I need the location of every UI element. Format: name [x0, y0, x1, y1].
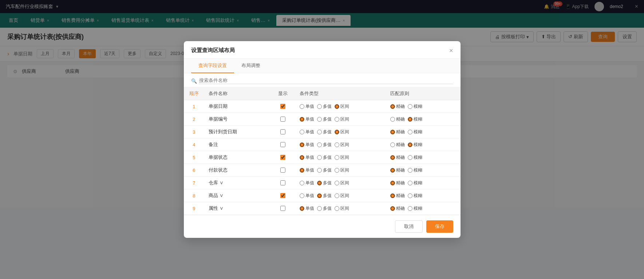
cell-order: 9 — [184, 202, 205, 208]
show-checkbox[interactable] — [280, 142, 285, 147]
radio-match-模糊[interactable]: 模糊 — [408, 142, 422, 148]
radio-match-模糊[interactable]: 模糊 — [408, 103, 422, 110]
show-checkbox[interactable] — [280, 104, 285, 109]
th-name: 条件名称 — [204, 87, 270, 100]
radio-match-模糊[interactable]: 模糊 — [408, 116, 422, 122]
dialog-overlay: 设置查询区域布局 × 查询字段设置 布局调整 🔍 顺序 — [0, 0, 644, 207]
radio-type-多值[interactable]: 多值 — [317, 167, 332, 173]
radio-match-精确[interactable]: 精确 — [390, 167, 405, 173]
cell-name: 仓库 ∨ — [204, 177, 270, 189]
radio-type-区间[interactable]: 区间 — [335, 180, 349, 186]
radio-type-单值[interactable]: 单值 — [300, 167, 314, 173]
radio-type-多值[interactable]: 多值 — [317, 180, 332, 186]
radio-type-区间[interactable]: 区间 — [335, 142, 349, 148]
table-header-row-inner: 顺序 条件名称 显示 条件类型 匹配原则 — [184, 87, 461, 100]
table-row: 6付款状态单值多值区间精确模糊 — [184, 164, 461, 177]
radio-match-精确[interactable]: 精确 — [390, 205, 405, 208]
search-box: 🔍 — [184, 73, 461, 87]
radio-type-多值[interactable]: 多值 — [317, 116, 332, 122]
radio-match-精确[interactable]: 精确 — [390, 154, 405, 161]
cell-match: 精确模糊 — [386, 138, 460, 151]
cell-name: 单据编号 — [204, 113, 270, 126]
cell-show — [270, 126, 295, 138]
radio-type-区间[interactable]: 区间 — [335, 103, 349, 110]
radio-match-精确[interactable]: 精确 — [390, 129, 405, 135]
th-match: 匹配原则 — [386, 87, 460, 100]
cell-match: 精确模糊 — [386, 177, 460, 189]
dialog-tabs: 查询字段设置 布局调整 — [184, 59, 461, 73]
radio-match-精确[interactable]: 精确 — [390, 142, 405, 148]
dialog-title: 设置查询区域布局 — [191, 47, 235, 54]
radio-match-模糊[interactable]: 模糊 — [408, 180, 422, 186]
radio-type-多值[interactable]: 多值 — [317, 142, 332, 148]
radio-match-模糊[interactable]: 模糊 — [408, 129, 422, 135]
cell-name: 商品 ∨ — [204, 189, 270, 202]
table-row: 2单据编号单值多值区间精确模糊 — [184, 113, 461, 126]
cell-type: 单值多值区间 — [295, 202, 386, 208]
show-checkbox[interactable] — [280, 155, 285, 160]
dialog-close-btn[interactable]: × — [449, 47, 453, 54]
cell-name: 预计到货日期 — [204, 126, 270, 138]
cell-order: 3 — [184, 126, 205, 138]
cell-order: 2 — [184, 113, 205, 126]
radio-match-模糊[interactable]: 模糊 — [408, 193, 422, 199]
radio-type-单值[interactable]: 单值 — [300, 154, 314, 161]
radio-type-单值[interactable]: 单值 — [300, 116, 314, 122]
cell-name: 付款状态 — [204, 164, 270, 177]
show-checkbox[interactable] — [280, 193, 285, 198]
cell-match: 精确模糊 — [386, 202, 460, 208]
radio-type-多值[interactable]: 多值 — [317, 129, 332, 135]
radio-type-单值[interactable]: 单值 — [300, 142, 314, 148]
table-row: 8商品 ∨单值多值区间精确模糊 — [184, 189, 461, 202]
cell-name: 单据日期 — [204, 100, 270, 113]
radio-match-精确[interactable]: 精确 — [390, 180, 405, 186]
radio-type-区间[interactable]: 区间 — [335, 205, 349, 208]
show-checkbox[interactable] — [280, 117, 285, 122]
radio-match-精确[interactable]: 精确 — [390, 193, 405, 199]
radio-type-单值[interactable]: 单值 — [300, 129, 314, 135]
cell-show — [270, 202, 295, 208]
radio-type-区间[interactable]: 区间 — [335, 193, 349, 199]
radio-type-多值[interactable]: 多值 — [317, 154, 332, 161]
radio-type-单值[interactable]: 单值 — [300, 103, 314, 110]
cell-match: 精确模糊 — [386, 151, 460, 164]
th-show: 显示 — [270, 87, 295, 100]
cell-show — [270, 138, 295, 151]
cell-show — [270, 100, 295, 113]
table-row: 1单据日期单值多值区间精确模糊 — [184, 100, 461, 113]
cell-show — [270, 189, 295, 202]
show-checkbox[interactable] — [280, 168, 285, 173]
radio-type-单值[interactable]: 单值 — [300, 205, 314, 208]
cell-type: 单值多值区间 — [295, 177, 386, 189]
radio-match-模糊[interactable]: 模糊 — [408, 154, 422, 161]
table-row: 4备注单值多值区间精确模糊 — [184, 138, 461, 151]
radio-match-模糊[interactable]: 模糊 — [408, 167, 422, 173]
show-checkbox[interactable] — [280, 129, 285, 134]
radio-type-单值[interactable]: 单值 — [300, 193, 314, 199]
radio-type-多值[interactable]: 多值 — [317, 103, 332, 110]
show-checkbox[interactable] — [280, 180, 285, 185]
radio-type-区间[interactable]: 区间 — [335, 167, 349, 173]
radio-match-精确[interactable]: 精确 — [390, 116, 405, 122]
cell-order: 6 — [184, 164, 205, 177]
show-checkbox[interactable] — [280, 206, 285, 207]
cell-show — [270, 164, 295, 177]
table-row: 7仓库 ∨单值多值区间精确模糊 — [184, 177, 461, 189]
radio-match-精确[interactable]: 精确 — [390, 103, 405, 110]
radio-type-区间[interactable]: 区间 — [335, 129, 349, 135]
radio-type-区间[interactable]: 区间 — [335, 116, 349, 122]
radio-type-多值[interactable]: 多值 — [317, 205, 332, 208]
cell-type: 单值多值区间 — [295, 100, 386, 113]
tab-layout-adjust[interactable]: 布局调整 — [234, 59, 268, 73]
search-input[interactable] — [199, 78, 453, 83]
radio-match-模糊[interactable]: 模糊 — [408, 205, 422, 208]
table-row: 9属性 ∨单值多值区间精确模糊 — [184, 202, 461, 208]
tab-field-settings[interactable]: 查询字段设置 — [191, 59, 234, 73]
cell-show — [270, 151, 295, 164]
cell-show — [270, 177, 295, 189]
radio-type-多值[interactable]: 多值 — [317, 193, 332, 199]
radio-type-单值[interactable]: 单值 — [300, 180, 314, 186]
radio-type-区间[interactable]: 区间 — [335, 154, 349, 161]
dialog-header: 设置查询区域布局 × — [184, 41, 461, 59]
cell-order: 1 — [184, 100, 205, 113]
